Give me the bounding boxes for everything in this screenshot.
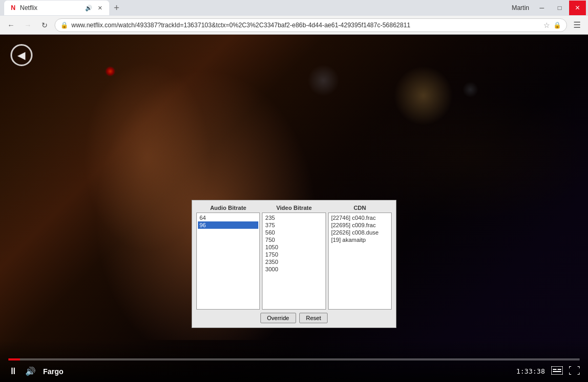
tab-favicon: N xyxy=(9,4,17,12)
audio-bitrate-item-96[interactable]: 96 xyxy=(198,221,258,229)
tab-audio-icon: 🔊 xyxy=(85,5,92,12)
svg-rect-2 xyxy=(558,369,561,370)
player-back-button[interactable]: ◀ xyxy=(10,44,33,66)
cdn-header: CDN xyxy=(328,205,392,211)
controls-row: ⏸ 🔊 Fargo 1:33:38 xyxy=(8,366,580,377)
audio-bitrate-list[interactable]: 64 96 xyxy=(196,213,260,310)
video-bitrate-column: Video Bitrate 235 375 560 750 1050 1750 … xyxy=(262,205,326,310)
chrome-window: N Netflix 🔊 ✕ + Martin ─ □ ✕ ← → ↻ 🔒 www… xyxy=(0,0,588,382)
url-bar[interactable]: 🔒 www.netflix.com/watch/493387?trackId=1… xyxy=(55,18,567,32)
extension-icon[interactable]: 🔒 xyxy=(553,22,561,29)
controls-right: 1:33:38 xyxy=(516,366,580,377)
cdn-item-4[interactable]: [19] akamaitp xyxy=(330,236,390,243)
player-controls: ⏸ 🔊 Fargo 1:33:38 xyxy=(0,340,588,382)
audio-bitrate-header: Audio Bitrate xyxy=(196,205,260,211)
video-player[interactable]: ◀ Audio Bitrate 64 96 Video Bitrate 235 xyxy=(0,35,588,382)
video-bitrate-item-2350[interactable]: 2350 xyxy=(264,258,324,266)
close-button[interactable]: ✕ xyxy=(569,1,586,15)
reload-button[interactable]: ↻ xyxy=(38,18,51,32)
video-bitrate-item-375[interactable]: 375 xyxy=(264,221,324,229)
video-bitrate-item-750[interactable]: 750 xyxy=(264,236,324,243)
back-arrow-icon: ◀ xyxy=(17,49,25,61)
scene-light xyxy=(105,66,116,77)
debug-panel: Audio Bitrate 64 96 Video Bitrate 235 37… xyxy=(192,200,396,328)
volume-button[interactable]: 🔊 xyxy=(25,366,36,376)
subtitles-button[interactable] xyxy=(551,366,563,377)
progress-fill xyxy=(8,358,20,360)
bookmark-icon[interactable]: ☆ xyxy=(543,21,550,29)
debug-columns: Audio Bitrate 64 96 Video Bitrate 235 37… xyxy=(196,205,392,310)
cdn-item-2[interactable]: [22695] c009.frac xyxy=(330,221,390,229)
reset-button[interactable]: Reset xyxy=(299,313,328,323)
tab-close-button[interactable]: ✕ xyxy=(96,4,104,12)
pause-button[interactable]: ⏸ xyxy=(8,366,18,377)
tab-title: Netflix xyxy=(20,4,82,12)
back-button[interactable]: ← xyxy=(4,18,18,32)
minimize-button[interactable]: ─ xyxy=(533,1,550,15)
chrome-menu-button[interactable]: ☰ xyxy=(570,18,584,32)
svg-rect-1 xyxy=(553,369,556,370)
video-bitrate-item-3000[interactable]: 3000 xyxy=(264,266,324,273)
cdn-list[interactable]: [22746] c040.frac [22695] c009.frac [226… xyxy=(328,213,392,310)
svg-rect-0 xyxy=(551,366,563,375)
video-bitrate-list[interactable]: 235 375 560 750 1050 1750 2350 3000 xyxy=(262,213,326,310)
title-bar: N Netflix 🔊 ✕ + Martin ─ □ ✕ xyxy=(0,0,588,16)
url-text: www.netflix.com/watch/493387?trackId=136… xyxy=(71,22,540,29)
cdn-item-3[interactable]: [22626] c008.duse xyxy=(330,229,390,236)
controls-left: ⏸ 🔊 Fargo xyxy=(8,366,64,377)
user-name: Martin xyxy=(509,4,532,12)
new-tab-button[interactable]: + xyxy=(109,1,124,15)
address-bar: ← → ↻ 🔒 www.netflix.com/watch/493387?tra… xyxy=(0,16,588,35)
forward-button[interactable]: → xyxy=(21,18,35,32)
video-bitrate-header: Video Bitrate xyxy=(262,205,326,211)
movie-title: Fargo xyxy=(43,367,64,376)
video-bitrate-item-1050[interactable]: 1050 xyxy=(264,243,324,251)
video-bitrate-item-235[interactable]: 235 xyxy=(264,214,324,221)
audio-bitrate-item-64[interactable]: 64 xyxy=(198,214,258,221)
netflix-logo: N xyxy=(11,4,16,12)
progress-bar[interactable] xyxy=(8,358,580,360)
browser-tab[interactable]: N Netflix 🔊 ✕ xyxy=(4,1,109,15)
title-bar-right: Martin ─ □ ✕ xyxy=(509,1,588,15)
debug-buttons: Override Reset xyxy=(196,313,392,323)
lock-icon: 🔒 xyxy=(60,22,68,29)
video-bitrate-item-1750[interactable]: 1750 xyxy=(264,251,324,258)
title-bar-left: N Netflix 🔊 ✕ + xyxy=(0,1,124,15)
override-button[interactable]: Override xyxy=(260,313,296,323)
cdn-column: CDN [22746] c040.frac [22695] c009.frac … xyxy=(328,205,392,310)
fullscreen-button[interactable] xyxy=(569,366,580,377)
maximize-button[interactable]: □ xyxy=(551,1,568,15)
time-display: 1:33:38 xyxy=(516,367,545,375)
svg-rect-3 xyxy=(553,371,561,372)
cdn-item-1[interactable]: [22746] c040.frac xyxy=(330,214,390,221)
video-bitrate-item-560[interactable]: 560 xyxy=(264,229,324,236)
audio-bitrate-column: Audio Bitrate 64 96 xyxy=(196,205,260,310)
